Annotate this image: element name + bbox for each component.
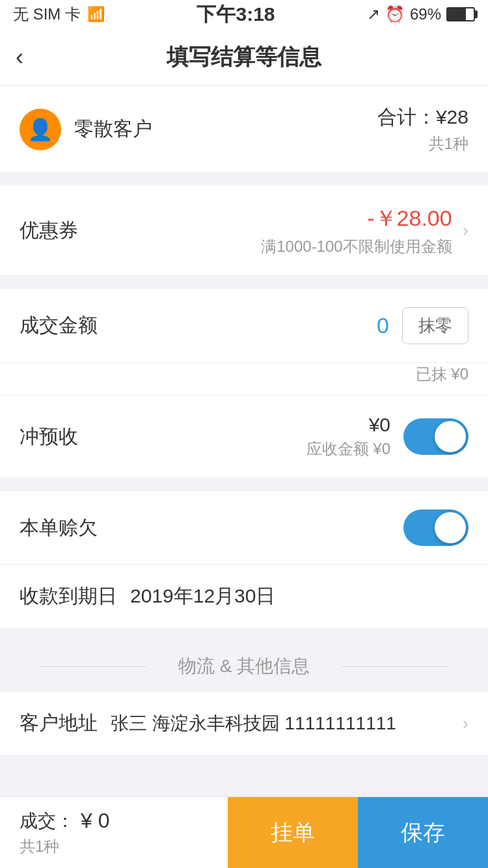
coupon-description: 满1000-100不限制使用金额 bbox=[261, 236, 452, 257]
save-button[interactable]: 保存 bbox=[358, 797, 488, 869]
bottom-info: 成交： ¥ 0 共1种 bbox=[0, 809, 228, 857]
bottom-transaction-amount: ¥ 0 bbox=[81, 809, 109, 833]
status-right: ↗ ⏰ 69% bbox=[367, 5, 475, 23]
prepayment-sub: 应收金额 ¥0 bbox=[306, 439, 390, 459]
page-title: 填写结算等信息 bbox=[167, 42, 321, 72]
customer-name: 零散客户 bbox=[74, 116, 152, 142]
divider-right bbox=[342, 666, 449, 667]
customer-left: 👤 零散客户 bbox=[20, 109, 152, 150]
prepayment-row: 冲预收 ¥0 应收金额 ¥0 bbox=[0, 396, 488, 478]
battery-text: 69% bbox=[410, 5, 441, 23]
coupon-section: 优惠券 -￥28.00 满1000-100不限制使用金额 › bbox=[0, 185, 488, 276]
round-zero-button[interactable]: 抹零 bbox=[402, 307, 468, 344]
customer-count: 共1种 bbox=[377, 133, 468, 154]
round-sub-label: 已抹 ¥0 bbox=[416, 365, 468, 383]
prepayment-value-col: ¥0 应收金额 ¥0 bbox=[306, 414, 390, 459]
coupon-row[interactable]: 优惠券 -￥28.00 满1000-100不限制使用金额 › bbox=[0, 185, 488, 276]
location-icon: ↗ bbox=[367, 5, 380, 23]
bottom-count: 共1种 bbox=[20, 836, 208, 857]
wifi-icon: 📶 bbox=[87, 6, 105, 23]
address-chevron-icon: › bbox=[463, 713, 468, 734]
transaction-amount-row: 成交金额 0 抹零 bbox=[0, 289, 488, 363]
prepayment-toggle[interactable] bbox=[403, 418, 468, 455]
coupon-discount: -￥28.00 bbox=[261, 204, 452, 234]
transaction-right: 0 抹零 bbox=[377, 307, 468, 344]
transaction-value: 0 bbox=[377, 313, 389, 338]
transaction-section: 成交金额 0 抹零 已抹 ¥0 冲预收 ¥0 应收金额 ¥0 bbox=[0, 289, 488, 478]
logistics-label: 物流 & 其他信息 bbox=[178, 654, 310, 679]
hang-button-label: 挂单 bbox=[271, 818, 315, 848]
coupon-right: -￥28.00 满1000-100不限制使用金额 › bbox=[261, 204, 468, 257]
content: 👤 零散客户 合计：¥28 共1种 优惠券 -￥28.00 满1000-100不… bbox=[0, 86, 488, 846]
address-row[interactable]: 客户地址 张三 海淀永丰科技园 11111111111 › bbox=[0, 692, 488, 755]
bottom-bar: 成交： ¥ 0 共1种 挂单 保存 bbox=[0, 796, 488, 868]
coupon-label: 优惠券 bbox=[20, 217, 78, 244]
bottom-transaction-row: 成交： ¥ 0 bbox=[20, 809, 208, 834]
address-section: 客户地址 张三 海淀永丰科技园 11111111111 › bbox=[0, 692, 488, 755]
bottom-transaction-label: 成交： bbox=[20, 809, 74, 834]
no-sim-text: 无 SIM 卡 bbox=[13, 4, 81, 25]
debt-toggle[interactable] bbox=[403, 509, 468, 546]
due-date-value: 2019年12月30日 bbox=[130, 583, 275, 610]
back-button[interactable]: ‹ bbox=[16, 44, 23, 71]
status-time: 下午3:18 bbox=[197, 1, 275, 28]
prepayment-label: 冲预收 bbox=[20, 424, 78, 450]
logistics-divider: 物流 & 其他信息 bbox=[0, 641, 488, 692]
save-button-label: 保存 bbox=[401, 818, 445, 848]
hang-button[interactable]: 挂单 bbox=[228, 797, 358, 869]
due-date-label: 收款到期日 bbox=[20, 583, 117, 610]
due-date-row: 收款到期日 2019年12月30日 bbox=[0, 564, 488, 628]
customer-row: 👤 零散客户 合计：¥28 共1种 bbox=[0, 86, 488, 172]
customer-total: 合计：¥28 bbox=[377, 104, 468, 131]
avatar-icon: 👤 bbox=[27, 117, 53, 142]
debt-row: 本单赊欠 bbox=[0, 491, 488, 564]
customer-right: 合计：¥28 共1种 bbox=[377, 104, 468, 154]
avatar: 👤 bbox=[20, 109, 61, 150]
toggle-knob bbox=[435, 421, 466, 452]
prepayment-right: ¥0 应收金额 ¥0 bbox=[306, 414, 468, 459]
logistics-label-row: 物流 & 其他信息 bbox=[20, 654, 468, 679]
prepayment-value: ¥0 bbox=[306, 414, 390, 436]
status-bar: 无 SIM 卡 📶 下午3:18 ↗ ⏰ 69% bbox=[0, 0, 488, 29]
address-label: 客户地址 bbox=[20, 710, 98, 737]
chevron-right-icon: › bbox=[463, 220, 468, 241]
debt-section: 本单赊欠 收款到期日 2019年12月30日 bbox=[0, 491, 488, 628]
coupon-value-col: -￥28.00 满1000-100不限制使用金额 bbox=[261, 204, 452, 257]
status-left: 无 SIM 卡 📶 bbox=[13, 4, 105, 25]
nav-bar: ‹ 填写结算等信息 bbox=[0, 29, 488, 86]
address-value: 张三 海淀永丰科技园 11111111111 bbox=[111, 711, 463, 736]
transaction-label: 成交金额 bbox=[20, 312, 98, 339]
debt-label: 本单赊欠 bbox=[20, 515, 98, 541]
debt-toggle-knob bbox=[435, 512, 466, 543]
battery-icon bbox=[446, 7, 475, 21]
alarm-icon: ⏰ bbox=[385, 5, 405, 23]
divider-left bbox=[39, 666, 146, 667]
